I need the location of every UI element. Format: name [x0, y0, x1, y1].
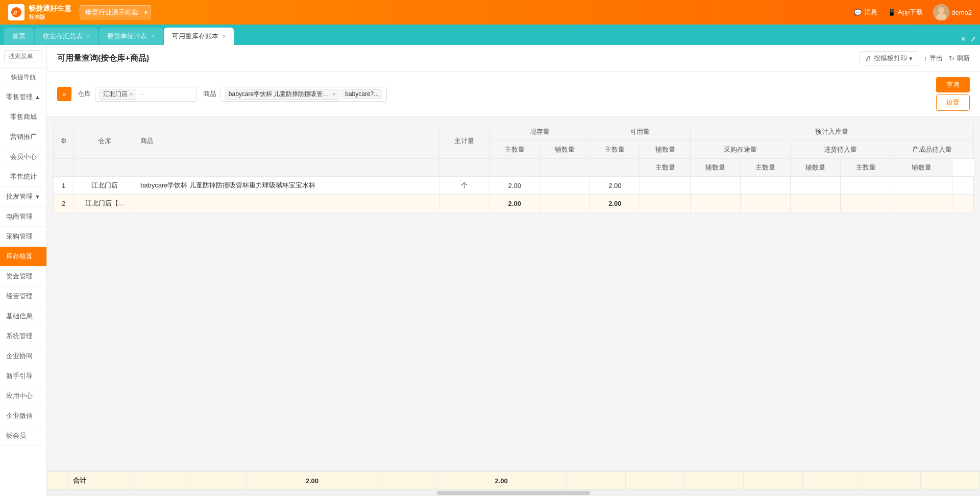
close-tab-receive-pay[interactable]: ×	[87, 33, 90, 39]
sidebar-item-retail-stats[interactable]: 零售统计	[0, 167, 46, 187]
account-selector[interactable]: 母婴行业演示账套 ▾	[80, 5, 151, 19]
remove-warehouse-tag[interactable]: ×	[130, 91, 133, 97]
cell-product-aux-2	[952, 195, 973, 212]
tab-available-stock[interactable]: 可用量库存账本 ×	[164, 28, 234, 45]
svg-point-3	[938, 7, 944, 13]
sidebar-item-zero-retail[interactable]: 零售管理 ▲	[0, 87, 46, 107]
tab-home[interactable]: 首页	[4, 28, 34, 45]
chevron-down-icon: ▾	[144, 9, 148, 16]
product-tags[interactable]: babycare学饮杯 儿童防摔防撞吸管杯重力球吸嘴杯宝宝水杯 × babyca…	[220, 87, 387, 102]
cell-avail-aux-1	[640, 177, 690, 195]
sidebar-item-new-guide[interactable]: 新手引导	[0, 366, 46, 386]
col-subheader-inbound-aux: 辅数量	[791, 159, 841, 177]
cell-product-main-1	[891, 177, 952, 195]
warehouse-label: 仓库	[78, 89, 91, 99]
cell-product-2	[135, 195, 439, 212]
cell-inbound-main-1	[791, 177, 841, 195]
cell-purchase-aux-1	[740, 177, 790, 195]
footer-empty2	[129, 472, 188, 490]
sidebar-item-wholesale[interactable]: 批发管理 ▼	[0, 187, 46, 207]
settings-btn[interactable]: 设置	[936, 95, 970, 111]
col-header-planned-inbound: 预计入库量	[690, 123, 973, 141]
remove-product-tag-0[interactable]: ×	[333, 91, 336, 97]
footer-current-aux	[377, 472, 436, 490]
template-print-btn[interactable]: 🖨 按模板打印 ▾	[860, 51, 918, 65]
sidebar-item-finance[interactable]: 资金管理	[0, 267, 46, 287]
sidebar-item-quick-nav[interactable]: 快捷导航	[0, 68, 46, 87]
col-header-available: 可用量	[590, 123, 691, 141]
sidebar-item-retail-mall[interactable]: 零售商城	[0, 107, 46, 127]
col-subheader-product-main: 主数量	[841, 159, 891, 177]
cell-purchase-main-2	[690, 195, 740, 212]
sidebar-item-system[interactable]: 系统管理	[0, 326, 46, 346]
search-input[interactable]	[4, 50, 42, 62]
download-icon: 📱	[888, 9, 896, 16]
tab-receive-pay[interactable]: 收发存汇总表 ×	[35, 28, 98, 45]
close-tab-available-stock[interactable]: ×	[223, 33, 226, 39]
message-btn[interactable]: 💬 消息	[854, 8, 877, 17]
footer-empty1	[47, 472, 68, 490]
cell-no-1: 1	[54, 177, 74, 195]
sidebar-item-ecommerce[interactable]: 电商管理	[0, 207, 46, 227]
footer-empty3	[188, 472, 247, 490]
cell-current-main-1: 2.00	[489, 177, 540, 195]
col-header-no: ⚙	[54, 123, 74, 159]
cell-avail-main-1: 2.00	[590, 177, 640, 195]
filter-actions: 查询 设置	[936, 77, 970, 111]
export-btn[interactable]: ↑ 导出	[924, 54, 943, 63]
refresh-btn[interactable]: ↻ 刷新	[949, 54, 970, 63]
scroll-thumb[interactable]	[437, 491, 590, 495]
chevron-icon-2: ▼	[35, 194, 40, 200]
cell-purchase-aux-2	[740, 195, 790, 212]
product-filter-group: 商品 babycare学饮杯 儿童防摔防撞吸管杯重力球吸嘴杯宝宝水杯 × bab…	[203, 87, 387, 102]
sidebar-item-enterprise-wx[interactable]: 企业微信	[0, 406, 46, 426]
expand-icon[interactable]: ⤢	[970, 35, 976, 43]
filter-toggle-btn[interactable]: »	[57, 87, 71, 101]
app-download-btn[interactable]: 📱 App下载	[888, 8, 923, 17]
product-tag-0[interactable]: babycare学饮杯 儿童防摔防撞吸管杯重力球吸嘴杯宝宝水杯 ×	[225, 89, 339, 100]
page-header-actions: 🖨 按模板打印 ▾ ↑ 导出 ↻ 刷新	[860, 51, 970, 65]
svg-text:好: 好	[13, 11, 18, 15]
sidebar-item-purchase[interactable]: 采购管理	[0, 227, 46, 247]
col-header-purchase-transit: 采购在途量	[690, 141, 791, 159]
col-header-product-pending: 产成品待入量	[891, 141, 973, 159]
cell-avail-aux-2	[640, 195, 690, 212]
logo-icon: 好	[8, 4, 24, 20]
cell-current-main-2: 2.00	[489, 195, 540, 212]
table-row: 2 江北门店【... 2.00 2.00	[54, 195, 974, 212]
sidebar-item-app-center[interactable]: 应用中心	[0, 386, 46, 406]
col-header-avail-main: 主数量	[590, 141, 640, 159]
cell-product-1: babycare学饮杯 儿童防摔防撞吸管杯重力球吸嘴杯宝宝水杯	[135, 177, 439, 195]
page-header: 可用量查询(按仓库+商品) 🖨 按模板打印 ▾ ↑ 导出 ↻ 刷新	[47, 45, 980, 72]
sidebar-item-basic-info[interactable]: 基础信息	[0, 306, 46, 326]
message-icon: 💬	[854, 9, 862, 16]
product-tag-1[interactable]: babycare?...	[341, 89, 382, 99]
user-avatar-btn[interactable]: demo2	[933, 4, 972, 20]
close-tab-order-stats[interactable]: ×	[151, 33, 154, 39]
warehouse-tag-0[interactable]: 江北门店 ×	[100, 89, 136, 100]
data-table: ⚙ 仓库 商品 主计量 现存量	[53, 123, 974, 212]
content-area: 可用量查询(按仓库+商品) 🖨 按模板打印 ▾ ↑ 导出 ↻ 刷新 »	[47, 45, 980, 496]
sidebar-item-enterprise[interactable]: 企业协同	[0, 346, 46, 366]
col-subheader-empty7	[590, 159, 640, 177]
footer-p3	[744, 472, 803, 490]
sidebar-item-operation[interactable]: 经营管理	[0, 287, 46, 306]
horizontal-scrollbar[interactable]	[47, 490, 980, 496]
sidebar-item-member2[interactable]: 畅会员	[0, 426, 46, 446]
warehouse-tags[interactable]: 江北门店 × ···	[95, 87, 197, 102]
tab-order-stats[interactable]: 要货单统计表 ×	[99, 28, 162, 45]
col-header-avail-aux: 辅数量	[640, 141, 690, 159]
close-all-icon[interactable]: ✕	[961, 35, 966, 43]
avatar	[933, 4, 949, 20]
sidebar-item-marketing[interactable]: 营销推广	[0, 127, 46, 147]
col-subheader-empty6	[540, 159, 590, 177]
app-subtitle: 标准版	[29, 13, 71, 21]
sidebar-item-inventory[interactable]: 库存核算	[0, 247, 46, 267]
col-header-warehouse: 仓库	[74, 123, 135, 159]
footer-summary: 合计 2.00 2.00	[47, 471, 980, 490]
query-btn[interactable]: 查询	[936, 77, 970, 92]
sidebar-item-member[interactable]: 会员中心	[0, 147, 46, 167]
col-header-current-aux: 辅数量	[540, 141, 590, 159]
footer-avail-aux	[567, 472, 626, 490]
sidebar: 快捷导航 零售管理 ▲ 零售商城 营销推广 会员中心 零售统计 批发管理 ▼ 电…	[0, 45, 47, 496]
